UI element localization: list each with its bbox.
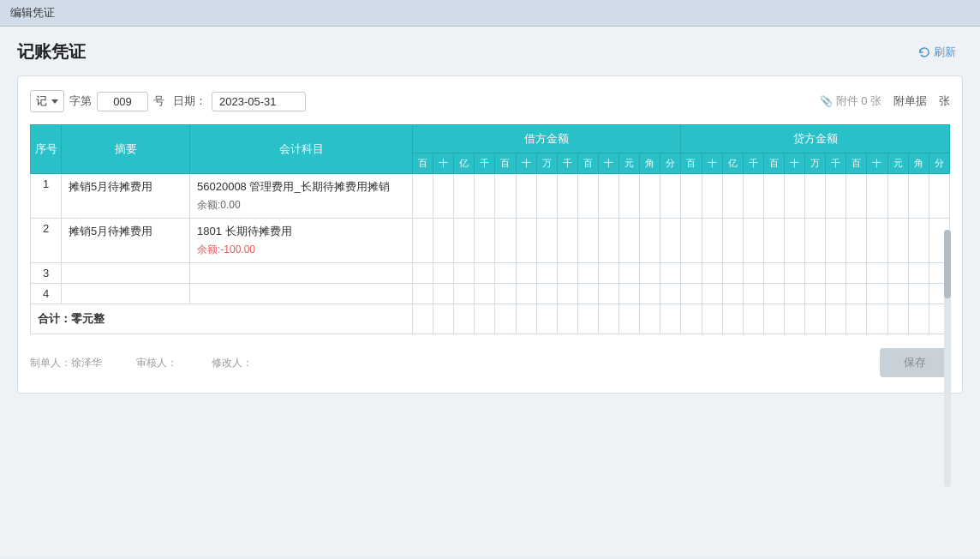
- cell-credit-3-4[interactable]: [763, 284, 784, 304]
- cell-account-2[interactable]: [190, 263, 413, 284]
- cell-credit-0-1[interactable]: [702, 174, 722, 219]
- date-input[interactable]: [212, 92, 306, 111]
- cell-credit-0-11[interactable]: [908, 174, 929, 219]
- cell-credit-3-7[interactable]: [826, 284, 846, 304]
- cell-debit-3-1[interactable]: [433, 284, 454, 304]
- cell-debit-1-11[interactable]: [640, 219, 660, 263]
- cell-credit-0-12[interactable]: [929, 174, 949, 219]
- cell-credit-3-2[interactable]: [722, 284, 743, 304]
- cell-debit-2-8[interactable]: [577, 263, 598, 284]
- cell-credit-3-6[interactable]: [805, 284, 826, 304]
- cell-credit-0-9[interactable]: [867, 174, 887, 219]
- cell-credit-0-8[interactable]: [846, 174, 867, 219]
- cell-debit-0-4[interactable]: [495, 174, 516, 219]
- cell-credit-1-9[interactable]: [867, 219, 887, 263]
- cell-debit-2-12[interactable]: [660, 263, 681, 284]
- cell-debit-2-11[interactable]: [640, 263, 660, 284]
- cell-credit-0-2[interactable]: [722, 174, 743, 219]
- cell-credit-1-2[interactable]: [722, 219, 743, 263]
- cell-debit-1-2[interactable]: [454, 219, 475, 263]
- cell-debit-2-7[interactable]: [557, 263, 577, 284]
- refresh-button[interactable]: 刷新: [911, 41, 963, 63]
- cell-debit-1-6[interactable]: [536, 219, 557, 263]
- cell-debit-0-10[interactable]: [619, 174, 640, 219]
- cell-debit-2-6[interactable]: [536, 263, 557, 284]
- cell-debit-3-0[interactable]: [413, 284, 433, 304]
- cell-credit-2-11[interactable]: [908, 263, 929, 284]
- cell-debit-3-7[interactable]: [557, 284, 577, 304]
- cell-summary-2[interactable]: [62, 263, 190, 284]
- cell-credit-2-4[interactable]: [763, 263, 784, 284]
- cell-credit-3-8[interactable]: [846, 284, 867, 304]
- cell-debit-1-3[interactable]: [475, 219, 495, 263]
- cell-debit-2-5[interactable]: [516, 263, 536, 284]
- cell-credit-0-6[interactable]: [805, 174, 826, 219]
- cell-debit-3-6[interactable]: [536, 284, 557, 304]
- cell-summary-0[interactable]: 摊销5月待摊费用: [62, 174, 190, 219]
- cell-debit-3-8[interactable]: [577, 284, 598, 304]
- cell-credit-0-5[interactable]: [784, 174, 804, 219]
- save-button[interactable]: 保存: [880, 348, 950, 377]
- cell-credit-3-3[interactable]: [743, 284, 763, 304]
- cell-summary-1[interactable]: 摊销5月待摊费用: [62, 219, 190, 263]
- cell-debit-3-10[interactable]: [619, 284, 640, 304]
- cell-credit-2-1[interactable]: [702, 263, 722, 284]
- cell-debit-0-11[interactable]: [640, 174, 660, 219]
- cell-debit-1-5[interactable]: [516, 219, 536, 263]
- cell-debit-1-9[interactable]: [598, 219, 618, 263]
- cell-credit-1-0[interactable]: [681, 219, 702, 263]
- cell-debit-1-1[interactable]: [433, 219, 454, 263]
- cell-debit-3-2[interactable]: [454, 284, 475, 304]
- cell-credit-1-11[interactable]: [908, 219, 929, 263]
- cell-credit-1-8[interactable]: [846, 219, 867, 263]
- cell-credit-3-10[interactable]: [887, 284, 908, 304]
- cell-debit-1-8[interactable]: [577, 219, 598, 263]
- cell-credit-1-4[interactable]: [763, 219, 784, 263]
- cell-debit-2-10[interactable]: [619, 263, 640, 284]
- cell-debit-0-6[interactable]: [536, 174, 557, 219]
- cell-credit-0-4[interactable]: [763, 174, 784, 219]
- cell-credit-3-1[interactable]: [702, 284, 722, 304]
- cell-credit-3-0[interactable]: [681, 284, 702, 304]
- cell-debit-0-7[interactable]: [557, 174, 577, 219]
- cell-debit-1-10[interactable]: [619, 219, 640, 263]
- cell-debit-0-2[interactable]: [454, 174, 475, 219]
- cell-debit-0-12[interactable]: [660, 174, 681, 219]
- cell-credit-0-7[interactable]: [826, 174, 846, 219]
- cell-debit-2-9[interactable]: [598, 263, 618, 284]
- cell-credit-1-10[interactable]: [887, 219, 908, 263]
- attach-doc-btn[interactable]: 附单据: [893, 93, 927, 109]
- cell-debit-3-11[interactable]: [640, 284, 660, 304]
- cell-credit-3-5[interactable]: [784, 284, 804, 304]
- cell-debit-0-0[interactable]: [413, 174, 433, 219]
- cell-credit-1-5[interactable]: [784, 219, 804, 263]
- cell-debit-2-2[interactable]: [454, 263, 475, 284]
- cell-debit-3-4[interactable]: [495, 284, 516, 304]
- cell-debit-1-4[interactable]: [495, 219, 516, 263]
- cell-debit-2-3[interactable]: [475, 263, 495, 284]
- cell-credit-2-7[interactable]: [826, 263, 846, 284]
- cell-credit-2-10[interactable]: [887, 263, 908, 284]
- cell-credit-1-7[interactable]: [826, 219, 846, 263]
- cell-credit-2-9[interactable]: [867, 263, 887, 284]
- cell-debit-0-3[interactable]: [475, 174, 495, 219]
- cell-credit-2-2[interactable]: [722, 263, 743, 284]
- cell-credit-2-8[interactable]: [846, 263, 867, 284]
- cell-account-0[interactable]: 56020008 管理费用_长期待摊费用摊销余额:0.00: [190, 174, 413, 219]
- cell-debit-0-9[interactable]: [598, 174, 618, 219]
- cell-account-3[interactable]: [190, 284, 413, 304]
- cell-credit-0-3[interactable]: [743, 174, 763, 219]
- cell-debit-2-1[interactable]: [433, 263, 454, 284]
- cell-credit-3-9[interactable]: [867, 284, 887, 304]
- cell-account-1[interactable]: 1801 长期待摊费用余额:-100.00: [190, 219, 413, 263]
- cell-debit-0-5[interactable]: [516, 174, 536, 219]
- cell-credit-3-11[interactable]: [908, 284, 929, 304]
- cell-credit-2-5[interactable]: [784, 263, 804, 284]
- voucher-type-select[interactable]: 记: [30, 90, 64, 112]
- cell-debit-3-9[interactable]: [598, 284, 618, 304]
- cell-debit-2-0[interactable]: [413, 263, 433, 284]
- cell-credit-1-1[interactable]: [702, 219, 722, 263]
- cell-credit-2-3[interactable]: [743, 263, 763, 284]
- cell-debit-0-1[interactable]: [433, 174, 454, 219]
- cell-credit-2-0[interactable]: [681, 263, 702, 284]
